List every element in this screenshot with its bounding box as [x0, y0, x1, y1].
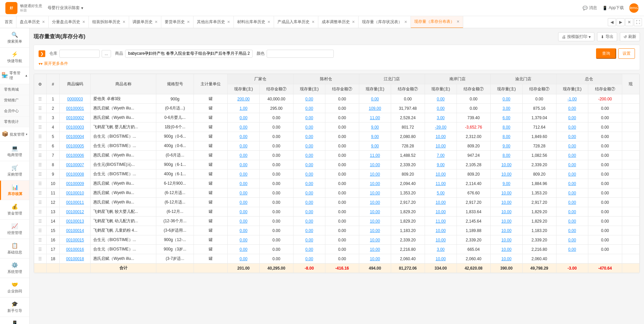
- sidebar-item-basics[interactable]: 📋 基础信息: [0, 239, 29, 259]
- cell-nanan-qty[interactable]: 3.00: [425, 113, 457, 123]
- cell-factory-qty[interactable]: 0.00: [227, 160, 259, 170]
- tab-close-transfer[interactable]: ✕: [155, 20, 158, 24]
- cell-total-qty[interactable]: 0.00: [556, 198, 588, 207]
- cell-settings[interactable]: ☰: [34, 235, 47, 245]
- cell-settings[interactable]: ☰: [34, 207, 47, 217]
- cell-yubei-qty[interactable]: 8.00: [490, 151, 522, 160]
- filter-expand-btn[interactable]: ▾▾ 展开更多条件: [39, 61, 635, 66]
- tab-next-btn[interactable]: ▶: [616, 18, 625, 26]
- cell-nanan-qty[interactable]: 10.00: [425, 226, 457, 235]
- cell-total-qty[interactable]: 0.00: [556, 207, 588, 217]
- cell-factory-qty[interactable]: 1.00: [227, 104, 259, 113]
- cell-jiangbei-qty[interactable]: 9.00: [359, 141, 391, 151]
- cell-code[interactable]: 00100008: [60, 170, 91, 179]
- cell-total-qty[interactable]: 0.00: [556, 132, 588, 141]
- cell-total-qty[interactable]: [556, 254, 588, 264]
- cell-code[interactable]: 00100010: [60, 188, 91, 198]
- sidebar-item-operations[interactable]: 📈 经营管理: [0, 220, 29, 239]
- cell-settings[interactable]: ☰: [34, 104, 47, 113]
- cell-nanan-qty[interactable]: 11.00: [425, 179, 457, 188]
- refresh-btn[interactable]: ↺ 刷新: [620, 32, 640, 41]
- cell-chen-qty[interactable]: 0.00: [293, 188, 325, 198]
- cell-total-qty[interactable]: 0.00: [556, 217, 588, 226]
- cell-factory-qty[interactable]: 0.00: [227, 151, 259, 160]
- tab-produce-in[interactable]: 产成品入库单历史 ✕: [274, 16, 318, 28]
- cell-jiangbei-qty[interactable]: 10.00: [359, 198, 391, 207]
- cell-yubei-qty[interactable]: 10.00: [490, 170, 522, 179]
- query-btn[interactable]: 查询: [596, 48, 616, 59]
- tab-inventory-split[interactable]: 分量盘点单历史 ✕: [49, 16, 89, 28]
- tab-close-inventory-single[interactable]: ✕: [42, 20, 45, 24]
- cell-code[interactable]: 00100011: [60, 198, 91, 207]
- tab-close-other-out[interactable]: ✕: [227, 20, 230, 24]
- sidebar-item-retail[interactable]: 🏪 零售管理 ▲: [0, 67, 29, 84]
- cell-chen-qty[interactable]: 0.00: [293, 217, 325, 226]
- cell-settings[interactable]: ☰: [34, 179, 47, 188]
- cell-jiangbei-qty[interactable]: 109.00: [359, 104, 391, 113]
- avatar[interactable]: demo2: [629, 3, 639, 13]
- cell-total-qty[interactable]: 0.00: [556, 170, 588, 179]
- cell-total-qty[interactable]: 0.00: [556, 188, 588, 198]
- tab-close-all-btn[interactable]: ✕: [625, 18, 633, 26]
- cell-chen-qty[interactable]: 0.00: [293, 207, 325, 217]
- cell-jiangbei-qty[interactable]: 10.00: [359, 160, 391, 170]
- cell-total-qty[interactable]: 0.00: [556, 104, 588, 113]
- cell-settings[interactable]: ☰: [34, 198, 47, 207]
- goods-input[interactable]: [125, 50, 253, 58]
- cell-chen-qty[interactable]: 0.00: [293, 254, 325, 264]
- cell-chen-qty[interactable]: 0.00: [293, 123, 325, 132]
- cell-jiangbei-qty[interactable]: 9.00: [359, 132, 391, 141]
- cell-chen-qty[interactable]: 0.00: [293, 113, 325, 123]
- cell-chen-qty[interactable]: 0.00: [293, 198, 325, 207]
- cell-factory-qty[interactable]: 0.00: [227, 207, 259, 217]
- sidebar-item-appcenter[interactable]: 📱 应用中心: [0, 317, 29, 324]
- tab-close-stock-dist[interactable]: ✕: [457, 19, 460, 24]
- cell-code[interactable]: 00100007: [60, 160, 91, 170]
- cell-nanan-qty[interactable]: 7.00: [425, 151, 457, 160]
- cell-total-qty[interactable]: 0.00: [556, 123, 588, 132]
- color-input[interactable]: [267, 50, 334, 58]
- cell-chen-qty[interactable]: 0.00: [293, 170, 325, 179]
- cell-chen-qty[interactable]: 0.00: [293, 141, 325, 151]
- cell-factory-qty[interactable]: 200.00: [227, 94, 259, 104]
- cell-jiangbei-qty[interactable]: 10.00: [359, 226, 391, 235]
- cell-nanan-qty[interactable]: 10.00: [425, 198, 457, 207]
- tab-inventory-single[interactable]: 盘点单历史 ✕: [16, 16, 49, 28]
- app-download-btn[interactable]: 📱 App下载: [602, 5, 624, 11]
- sidebar-item-retail-shop[interactable]: 零售商城: [0, 84, 29, 95]
- cell-chen-qty[interactable]: 0.00: [293, 104, 325, 113]
- cell-jiangbei-qty[interactable]: 10.00: [359, 188, 391, 198]
- cell-yubei-qty[interactable]: 8.00: [490, 132, 522, 141]
- sidebar-item-member[interactable]: 会员中心: [0, 106, 29, 117]
- cell-code[interactable]: 00100016: [60, 245, 91, 254]
- cell-total-qty[interactable]: 0.00: [556, 235, 588, 245]
- tab-transfer[interactable]: 调拨单历史 ✕: [129, 16, 161, 28]
- cell-factory-qty[interactable]: 0.00: [227, 188, 259, 198]
- warehouse-input[interactable]: [59, 50, 100, 58]
- cell-total-qty[interactable]: 0.00: [556, 141, 588, 151]
- cell-chen-qty[interactable]: 0.00: [293, 179, 325, 188]
- cell-nanan-qty[interactable]: 10.00: [425, 235, 457, 245]
- filter-toggle-btn[interactable]: ❯: [39, 50, 45, 57]
- export-btn[interactable]: ⬇ 导出: [597, 32, 617, 41]
- tab-close-material[interactable]: ✕: [267, 20, 270, 24]
- cell-settings[interactable]: ☰: [34, 160, 47, 170]
- cell-factory-qty[interactable]: 0.00: [227, 113, 259, 123]
- sidebar-item-nav[interactable]: ⚡ 快捷导航: [0, 48, 29, 67]
- cell-code[interactable]: 00100005: [60, 141, 91, 151]
- cell-chen-qty[interactable]: 0.00: [293, 235, 325, 245]
- cell-settings[interactable]: ☰: [34, 245, 47, 254]
- cell-factory-qty[interactable]: 0.00: [227, 245, 259, 254]
- cell-yubei-qty[interactable]: 10.00: [490, 188, 522, 198]
- cell-yubei-qty[interactable]: 10.00: [490, 207, 522, 217]
- cell-factory-qty[interactable]: 0.00: [227, 198, 259, 207]
- cell-total-qty[interactable]: 0.00: [556, 160, 588, 170]
- cell-jiangbei-qty[interactable]: 9.00: [359, 123, 391, 132]
- tab-close-order[interactable]: ✕: [187, 20, 190, 24]
- cell-factory-qty[interactable]: 0.00: [227, 226, 259, 235]
- cell-yubei-qty[interactable]: 10.00: [490, 226, 522, 235]
- cell-code[interactable]: 00100014: [60, 226, 91, 235]
- cell-chen-qty[interactable]: 0.00: [293, 94, 325, 104]
- tab-expand-btn[interactable]: ⛶: [634, 18, 642, 26]
- cell-nanan-qty[interactable]: 3.00: [425, 245, 457, 254]
